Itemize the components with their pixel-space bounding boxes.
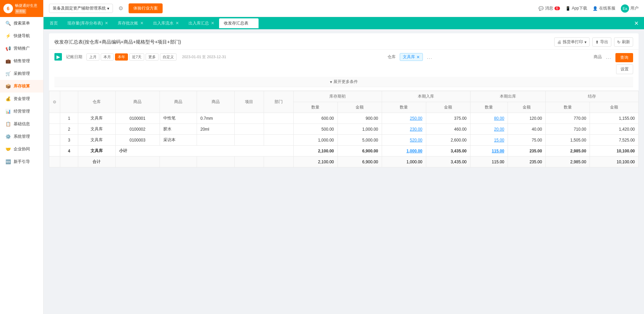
total-spec-cell	[197, 156, 234, 167]
date-btns: 上月本月本年近7天更多自定义	[86, 53, 177, 61]
row-in-qty-0[interactable]: 250.00	[382, 113, 426, 124]
tab-close-3[interactable]: ✕	[176, 21, 179, 26]
table-row: 2 文具库 0100002 胶水 20ml 500.00 1,000.00 23…	[49, 124, 639, 135]
menu-icon-1: ⚡	[5, 33, 11, 39]
menu-label-1: 快捷导航	[14, 33, 30, 39]
sidebar-item-7[interactable]: 📊 经营管理	[0, 105, 43, 118]
warehouse-tag[interactable]: 文具库 ✕	[400, 53, 423, 61]
menu-label-5: 库存核算	[14, 83, 30, 89]
subtotal-row: 4 文具库 小计 2,100.00 6,900.00 1,000.00 3,43…	[49, 146, 639, 156]
service-icon: 👤	[593, 6, 598, 11]
row-in-amt-0: 375.00	[426, 113, 470, 124]
col-open-amt: 金额	[337, 102, 382, 113]
subtotal-in-qty[interactable]: 1,000.00	[382, 146, 426, 156]
row-in-qty-2[interactable]: 520.00	[382, 135, 426, 146]
sidebar-item-5[interactable]: 📦 库存核算	[0, 80, 43, 93]
phone-icon: 📱	[565, 6, 571, 11]
row-bal-qty-1: 710.00	[546, 124, 590, 135]
row-spec-1: 20ml	[197, 124, 234, 135]
row-no-2: 3	[60, 135, 78, 146]
message-icon: 💬	[539, 6, 544, 11]
date-btn-3[interactable]: 近7天	[129, 53, 144, 61]
menu-icon-2: 📢	[5, 46, 11, 51]
subtotal-out-qty[interactable]: 115.00	[470, 146, 508, 156]
row-gear-1[interactable]	[49, 124, 60, 135]
trial-btn[interactable]: 体验行业方案	[129, 3, 163, 13]
app-download-item[interactable]: 📱 App下载	[565, 5, 587, 11]
date-btn-5[interactable]: 自定义	[160, 53, 177, 61]
close-icon[interactable]: ✕	[416, 55, 420, 60]
system-select[interactable]: 装备及固定资产辅助管理系统 ▾	[49, 4, 113, 13]
tab-item-4[interactable]: 出入库汇总✕	[184, 18, 219, 28]
date-btn-2[interactable]: 本年	[115, 53, 128, 61]
tab-item-1[interactable]: 现存量(库存分布表)✕	[63, 18, 113, 28]
date-range: 2023-01-01 至 2023-12-31	[182, 54, 226, 60]
settings-button[interactable]: 设置	[616, 64, 633, 74]
row-out-amt-0: 120.00	[508, 113, 546, 124]
tab-label-1: 现存量(库存分布表)	[67, 20, 103, 26]
total-open-qty: 2,100.00	[293, 156, 337, 167]
sidebar-item-11[interactable]: 🆕 新手引导	[0, 155, 43, 168]
sidebar-item-1[interactable]: ⚡ 快捷导航	[0, 30, 43, 42]
sidebar-item-3[interactable]: 💼 销售管理	[0, 55, 43, 67]
tab-close-2[interactable]: ✕	[140, 21, 144, 26]
warehouse-more-dots[interactable]: ...	[427, 54, 432, 60]
query-button[interactable]: 查询	[615, 53, 633, 62]
row-bal-amt-1: 1,420.00	[590, 124, 639, 135]
row-gear-0[interactable]	[49, 113, 60, 124]
row-out-qty-0[interactable]: 80.00	[470, 113, 508, 124]
sidebar-item-10[interactable]: 🤝 企业协同	[0, 143, 43, 155]
row-out-amt-1: 40.00	[508, 124, 546, 135]
col-no-header	[60, 91, 78, 113]
row-out-qty-2[interactable]: 15.00	[470, 135, 508, 146]
topbar-gear-icon[interactable]: ⚙	[117, 4, 125, 13]
menu-icon-6: 💰	[5, 96, 11, 102]
row-gear-2[interactable]	[49, 135, 60, 146]
row-out-qty-1[interactable]: 20.00	[470, 124, 508, 135]
tab-close-4[interactable]: ✕	[211, 21, 214, 26]
tab-item-0[interactable]: 首页	[45, 18, 63, 28]
col-out-qty: 数量	[470, 102, 508, 113]
sidebar-item-8[interactable]: 📋 基础信息	[0, 118, 43, 130]
online-service-item[interactable]: 👤 在线客服	[593, 5, 615, 11]
export-btn[interactable]: ⬆ 导出	[592, 37, 611, 47]
col-name-header: 商品	[160, 91, 197, 113]
date-btn-0[interactable]: 上月	[86, 53, 99, 61]
tab-close-1[interactable]: ✕	[105, 21, 108, 26]
warehouse-label: 仓库	[387, 54, 396, 60]
goods-more-dots[interactable]: ...	[606, 54, 611, 60]
total-out-qty: 115.00	[470, 156, 508, 167]
row-in-qty-1[interactable]: 230.00	[382, 124, 426, 135]
menu-label-3: 销售管理	[14, 58, 30, 64]
sidebar-item-6[interactable]: 💰 资金管理	[0, 93, 43, 105]
print-btn[interactable]: 🖨 拣货单打印 ▾	[554, 37, 590, 47]
sidebar-item-0[interactable]: 🔍 搜索菜单	[0, 17, 43, 30]
logo-icon: 6	[3, 4, 13, 13]
row-no-1: 2	[60, 124, 78, 135]
sidebar-item-4[interactable]: 🛒 采购管理	[0, 67, 43, 80]
page-header-actions: 🖨 拣货单打印 ▾ ⬆ 导出 ↻ 刷新	[554, 37, 633, 47]
user-item[interactable]: Ea 用户	[621, 4, 639, 13]
goods-label: 商品	[594, 54, 602, 60]
menu-label-8: 基础信息	[14, 121, 30, 127]
total-in-qty: 1,000.00	[382, 156, 426, 167]
tabbar-close-all-btn[interactable]: ✕	[630, 20, 643, 27]
expand-arrow-btn[interactable]: ▶	[54, 53, 62, 61]
refresh-btn[interactable]: ↻ 刷新	[614, 37, 633, 47]
sidebar-item-9[interactable]: ⚙️ 系统管理	[0, 130, 43, 143]
menu-icon-10: 🤝	[5, 147, 11, 152]
filter-expand-btn[interactable]: ▾ 展开更多条件	[54, 77, 633, 87]
tab-item-2[interactable]: 库存批次账✕	[113, 18, 148, 28]
tab-item-5[interactable]: 收发存汇总表✕	[219, 18, 259, 28]
tab-label-0: 首页	[50, 20, 58, 26]
date-btn-4[interactable]: 更多	[146, 53, 159, 61]
messages-item[interactable]: 💬 消息 6	[539, 5, 560, 11]
sidebar-item-2[interactable]: 📢 营销推广	[0, 42, 43, 55]
row-code-1: 0100002	[115, 124, 160, 135]
tab-close-5[interactable]: ✕	[250, 21, 254, 26]
menu-label-7: 经营管理	[14, 109, 30, 114]
settings-col-header[interactable]: ⚙	[49, 91, 60, 113]
date-btn-1[interactable]: 本月	[101, 53, 114, 61]
tab-item-3[interactable]: 出入库流水✕	[148, 18, 184, 28]
menu-icon-11: 🆕	[5, 159, 11, 165]
